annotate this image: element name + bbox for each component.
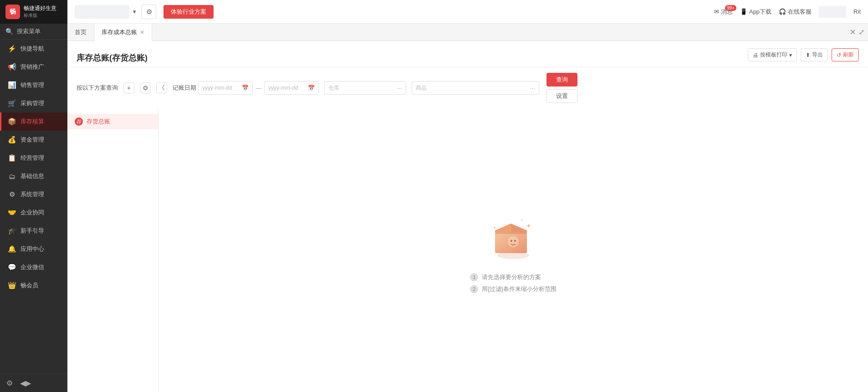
page-header: 库存总账(存货总账) 🖨 按模板打印 ▾ ⬆ 导出 ↺ 刷新 xyxy=(67,41,868,67)
user-avatar[interactable] xyxy=(819,6,846,18)
sidebar-footer: ⚙ ◀▶ xyxy=(0,374,67,392)
settings-icon: ⚙ xyxy=(146,8,152,16)
logo-icon: 畅 xyxy=(5,5,20,19)
app-name: 畅捷通好生意 xyxy=(24,5,56,12)
dropdown-arrow-icon: ▾ xyxy=(133,8,136,15)
export-btn[interactable]: ⬆ 导出 xyxy=(801,48,828,61)
tabbar: 首页 库存成本总账 ✕ ✕ ⤢ xyxy=(67,24,868,41)
topbar-right: ✉ 消息 99+ 📱 App下载 🎧 在线客服 Rit xyxy=(714,6,861,18)
product-select[interactable]: 商品 ··· xyxy=(412,81,539,95)
empty-tips: 1 请先选择要分析的方案 2 用[过滤]条件来缩小分析范围 xyxy=(470,273,556,293)
sidebar-item-label: 营销推广 xyxy=(20,63,44,71)
empty-tip-1: 1 请先选择要分析的方案 xyxy=(470,273,556,281)
business-icon: 📋 xyxy=(8,154,16,162)
export-label: 导出 xyxy=(812,51,823,59)
tab-close-panel-btn[interactable]: ✕ xyxy=(850,28,856,36)
filter-collapse-btn[interactable]: 《 xyxy=(156,82,167,93)
sidebar-item-appstore[interactable]: 🔔 应用中心 xyxy=(0,240,67,258)
topbar: ▾ ⚙ 体验行业方案 ✉ 消息 99+ 📱 App下载 🎧 在线客服 Rit xyxy=(67,0,868,24)
user-name: Rit xyxy=(853,8,861,15)
scheme-panel: 存 存货总账 xyxy=(67,108,158,392)
tab-expand-btn[interactable]: ⤢ xyxy=(858,28,864,36)
svg-marker-2 xyxy=(495,224,511,233)
empty-illustration: ✦ ✦ ✦ xyxy=(486,208,541,262)
print-btn[interactable]: 🖨 按模板打印 ▾ xyxy=(748,48,797,61)
tab-close-icon[interactable]: ✕ xyxy=(140,29,144,36)
app-download-btn[interactable]: 📱 App下载 xyxy=(740,8,771,16)
date-from-placeholder: yyyy-mm-dd xyxy=(202,85,232,91)
svg-text:✦: ✦ xyxy=(493,225,496,230)
empty-tip-2: 2 用[过滤]条件来缩小分析范围 xyxy=(470,285,556,293)
system-icon: ⚙ xyxy=(8,190,16,199)
industry-btn[interactable]: 体验行业方案 xyxy=(163,5,214,19)
page-actions: 🖨 按模板打印 ▾ ⬆ 导出 ↺ 刷新 xyxy=(748,48,859,67)
content-body: 存 存货总账 xyxy=(67,108,868,392)
tab-home[interactable]: 首页 xyxy=(67,24,94,41)
warehouse-more-icon: ··· xyxy=(397,84,402,92)
app-sub: 标准版 xyxy=(24,12,56,19)
sidebar-item-corp[interactable]: 🤝 企业协同 xyxy=(0,204,67,222)
finance-icon: 💰 xyxy=(8,136,16,144)
sidebar-item-guide[interactable]: 🎓 新手引导 xyxy=(0,222,67,240)
date-to-input[interactable]: yyyy-mm-dd 📅 xyxy=(264,81,319,95)
collapse-icon: 《 xyxy=(158,84,165,92)
product-placeholder: 商品 xyxy=(416,84,427,92)
wechat-icon: 💬 xyxy=(8,263,16,271)
guide-icon: 🎓 xyxy=(8,227,16,235)
filter-add-btn[interactable]: + xyxy=(123,82,134,93)
tab-inventory-label: 库存成本总账 xyxy=(102,28,137,36)
sidebar-collapse-btn[interactable]: ◀▶ xyxy=(20,379,31,387)
topbar-dropdown[interactable]: ▾ xyxy=(133,8,136,15)
sidebar-item-quick-nav[interactable]: ⚡ 快捷导航 xyxy=(0,40,67,58)
tab-actions: ✕ ⤢ xyxy=(846,28,868,36)
empty-state: ✦ ✦ ✦ 1 请先选择要分析的方案 2 用[过滤]条件来缩小分析范围 xyxy=(452,189,574,311)
print-icon: 🖨 xyxy=(753,52,758,58)
corp-icon: 🤝 xyxy=(8,209,16,217)
refresh-icon: ↺ xyxy=(837,52,841,58)
tip-text-1: 请先选择要分析的方案 xyxy=(482,273,541,281)
sidebar-item-basic[interactable]: 🗂 基础信息 xyxy=(0,167,67,185)
settings-btn[interactable]: 设置 xyxy=(546,89,577,103)
scheme-item-inventory-total[interactable]: 存 存货总账 xyxy=(67,114,158,129)
sidebar-item-sales[interactable]: 📊 销售管理 xyxy=(0,76,67,94)
refresh-btn[interactable]: ↺ 刷新 xyxy=(832,48,859,61)
warehouse-select[interactable]: 仓库 ··· xyxy=(324,81,406,95)
logo-text-block: 畅捷通好生意 标准版 xyxy=(24,5,56,19)
tip-num-1: 1 xyxy=(470,273,478,281)
sidebar-item-finance[interactable]: 💰 资金管理 xyxy=(0,131,67,149)
product-more-icon: ··· xyxy=(530,84,535,92)
sidebar-item-inventory[interactable]: 📦 库存核算 xyxy=(0,112,67,131)
sidebar-item-label: 采购管理 xyxy=(20,99,44,107)
topbar-left: ▾ ⚙ 体验行业方案 xyxy=(75,5,214,19)
date-from-input[interactable]: yyyy-mm-dd 📅 xyxy=(198,81,253,95)
content-main: ✦ ✦ ✦ 1 请先选择要分析的方案 2 用[过滤]条件来缩小分析范围 xyxy=(158,108,868,392)
sidebar-search[interactable]: 🔍 搜索菜单 xyxy=(0,24,67,40)
message-btn[interactable]: ✉ 消息 99+ xyxy=(714,8,733,16)
sidebar-item-wechat[interactable]: 💬 企业微信 xyxy=(0,258,67,276)
sidebar-item-marketing[interactable]: 📢 营销推广 xyxy=(0,58,67,76)
warehouse-placeholder: 仓库 xyxy=(328,84,339,92)
purchase-icon: 🛒 xyxy=(8,99,16,107)
topbar-settings-btn[interactable]: ⚙ xyxy=(142,5,156,19)
tab-inventory-ledger[interactable]: 库存成本总账 ✕ xyxy=(94,24,152,41)
sidebar-item-label: 企业微信 xyxy=(20,263,44,271)
sidebar-item-label: 应用中心 xyxy=(20,245,44,253)
date-to-placeholder: yyyy-mm-dd xyxy=(268,85,298,91)
support-btn[interactable]: 🎧 在线客服 xyxy=(779,8,812,16)
sidebar-item-system[interactable]: ⚙ 系统管理 xyxy=(0,185,67,204)
filter-settings-btn[interactable]: ⚙ xyxy=(140,82,151,93)
search-icon: 🔍 xyxy=(5,28,13,35)
sidebar-item-business[interactable]: 📋 经营管理 xyxy=(0,149,67,167)
svg-point-5 xyxy=(508,236,519,247)
appstore-icon: 🔔 xyxy=(8,245,16,253)
inventory-icon: 📦 xyxy=(8,117,16,126)
filter-label: 按以下方案查询 xyxy=(77,84,118,92)
sidebar-item-member[interactable]: 👑 畅会员 xyxy=(0,276,67,295)
message-icon: ✉ xyxy=(714,8,719,15)
sidebar-item-label: 基础信息 xyxy=(20,172,44,180)
svg-point-7 xyxy=(514,240,516,242)
sidebar-item-purchase[interactable]: 🛒 采购管理 xyxy=(0,94,67,112)
query-btn[interactable]: 查询 xyxy=(546,73,577,87)
svg-text:✦: ✦ xyxy=(520,218,523,222)
sidebar-settings-btn[interactable]: ⚙ xyxy=(6,379,13,387)
